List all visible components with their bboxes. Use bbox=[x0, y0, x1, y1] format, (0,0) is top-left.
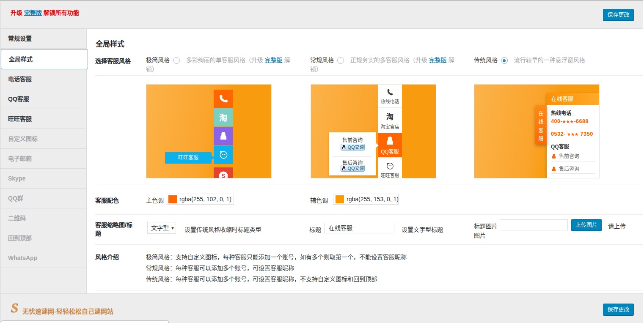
svg-text:S: S bbox=[221, 172, 225, 178]
svg-text:S: S bbox=[11, 302, 18, 314]
